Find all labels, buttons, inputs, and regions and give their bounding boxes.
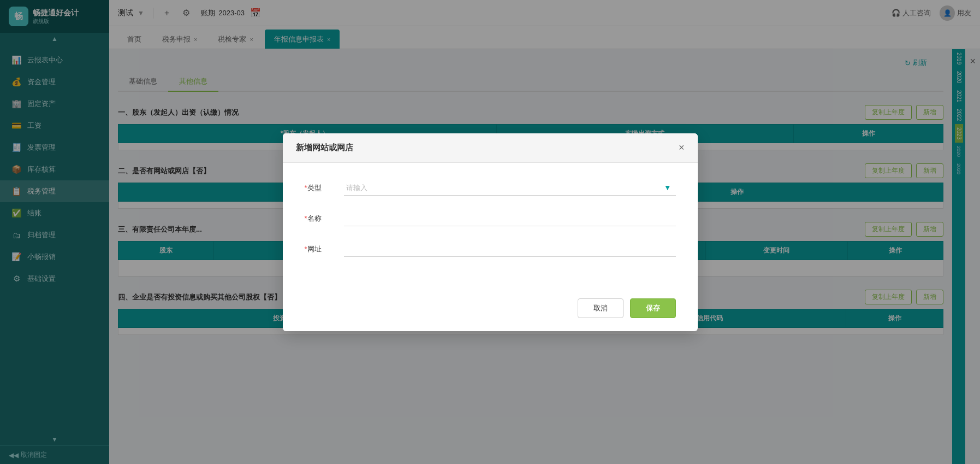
form-row-url: *网址 (305, 242, 676, 257)
cancel-button[interactable]: 取消 (578, 298, 623, 318)
form-label-type: *类型 (305, 183, 337, 193)
form-row-name: *名称 (305, 211, 676, 226)
form-input-wrap-url (344, 242, 676, 257)
save-button[interactable]: 保存 (630, 298, 676, 318)
url-input[interactable] (344, 242, 676, 256)
type-input[interactable] (344, 180, 676, 195)
modal-title: 新增网站或网店 (296, 143, 353, 153)
modal-footer: 取消 保存 (283, 290, 698, 331)
modal-overlay[interactable]: 新增网站或网店 × *类型 ▼ *名称 (0, 0, 980, 464)
form-row-type: *类型 ▼ (305, 180, 676, 196)
form-input-wrap-type: ▼ (344, 180, 676, 196)
form-label-name: *名称 (305, 214, 337, 224)
form-input-wrap-name (344, 211, 676, 226)
modal-body: *类型 ▼ *名称 *网址 (283, 163, 698, 290)
modal-close-button[interactable]: × (679, 142, 685, 154)
modal-add-website: 新增网站或网店 × *类型 ▼ *名称 (283, 133, 698, 331)
name-input[interactable] (344, 211, 676, 226)
modal-header: 新增网站或网店 × (283, 133, 698, 163)
form-label-url: *网址 (305, 244, 337, 254)
